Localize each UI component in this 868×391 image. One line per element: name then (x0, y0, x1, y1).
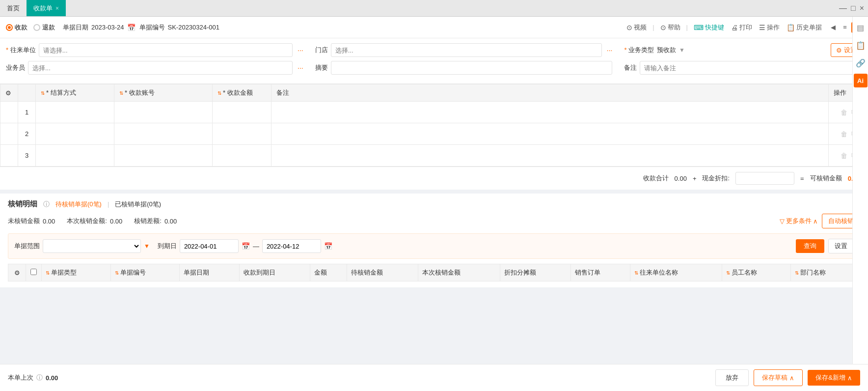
date-field: 到期日 📅 — 📅 (158, 239, 332, 253)
store-field: 门店 ··· (315, 43, 613, 57)
range-select[interactable] (43, 239, 141, 253)
bth-store: ⇅ 部门名称 (791, 264, 860, 281)
settings-gear-icon: ⚙ (836, 47, 842, 54)
save-draft-label: 保存草稿 (762, 373, 787, 382)
calendar-from-icon[interactable]: 📅 (242, 242, 250, 250)
row2-remark-cell[interactable] (271, 123, 829, 145)
unverified-value: 0.00 (43, 218, 55, 225)
tab-receipt[interactable]: 收款单 × (27, 0, 66, 16)
row1-amount-cell[interactable] (213, 102, 271, 123)
done-tab-label: 已核销单据(0笔) (115, 200, 161, 209)
th-account: ⇅ * 收款账号 (114, 84, 213, 102)
help-action[interactable]: ⊙ 帮助 (657, 21, 683, 34)
done-tab[interactable]: 已核销单据(0笔) (115, 200, 161, 209)
sidebar-doc-icon[interactable]: 📋 (854, 38, 868, 52)
store-more-icon[interactable]: ··· (607, 46, 613, 54)
row2-account-cell[interactable] (114, 123, 213, 145)
refund-radio-dot (33, 24, 40, 31)
table-row: 1 🗑 ⧉ (0, 102, 868, 123)
layout-list-icon[interactable]: ≡ (840, 22, 850, 33)
layout-prev-icon[interactable]: ◀ (828, 22, 839, 33)
store-input[interactable] (331, 43, 602, 57)
minimize-button[interactable]: — (839, 4, 847, 13)
refund-radio[interactable]: 退款 (33, 23, 55, 32)
remark-input[interactable] (640, 61, 862, 75)
bottom-settings-icon: ⚙ (14, 269, 20, 277)
tab-home[interactable]: 首页 (0, 0, 27, 16)
available-label: 可核销金额 (810, 174, 842, 183)
pending-tab[interactable]: 待核销单据(0笔) (55, 200, 102, 209)
th-settings[interactable]: ⚙ (0, 84, 18, 102)
video-action[interactable]: ⊙ 视频 (624, 21, 650, 34)
current-label: 本单上次 (8, 373, 33, 382)
th-remark-label: 备注 (276, 89, 289, 96)
staff-more-icon[interactable]: ··· (298, 64, 303, 72)
bth-settings[interactable]: ⚙ (8, 264, 26, 281)
summary-input[interactable] (331, 61, 613, 75)
remark-field: 备注 (624, 61, 862, 75)
row1-remark-cell[interactable] (271, 102, 829, 123)
footer-info-icon[interactable]: ⓘ (36, 373, 43, 382)
staff-field: 业务员 ··· (6, 61, 303, 75)
row1-account-cell[interactable] (114, 102, 213, 123)
row1-settlement-cell[interactable] (36, 102, 114, 123)
query-settings-button[interactable]: 设置 (828, 239, 854, 253)
operation-action[interactable]: ☰ 操作 (756, 21, 783, 34)
print-action[interactable]: 🖨 打印 (728, 21, 755, 34)
shortcut-action[interactable]: ⌨ 快捷键 (691, 21, 727, 34)
history-action[interactable]: 📋 历史单据 (784, 21, 825, 34)
partner-more-icon[interactable]: ··· (298, 46, 303, 54)
bottom-table-header: ⚙ ⇅ 单据类型 ⇅ 单据编号 (8, 264, 860, 281)
sidebar-link-icon[interactable]: 🔗 (854, 56, 868, 70)
query-button[interactable]: 查询 (796, 239, 824, 253)
diff-value: 0.00 (164, 218, 177, 225)
partner-input[interactable] (39, 43, 293, 57)
select-all-checkbox[interactable] (30, 269, 37, 275)
calendar-to-icon[interactable]: 📅 (324, 242, 332, 250)
save-new-button[interactable]: 保存&新增 ∧ (808, 370, 860, 386)
more-conditions-btn[interactable]: ▽ 更多条件 ∧ (780, 217, 818, 225)
current-stat: 本次核销金额: 0.00 (67, 217, 122, 225)
amount-sort-icon: ⇅ (217, 90, 221, 96)
bth-partner-label: 往来单位名称 (640, 268, 678, 277)
sidebar-table-icon[interactable]: ▤ (854, 21, 868, 34)
discount-label: 现金折扣: (702, 174, 730, 183)
bth-discount-label: 折扣分摊额 (504, 269, 536, 276)
row3-settlement-cell[interactable] (36, 145, 114, 167)
maximize-button[interactable]: □ (851, 4, 856, 13)
range-label: 单据范围 (14, 242, 40, 251)
row2-delete-icon[interactable]: 🗑 (841, 130, 847, 138)
tab-close-icon[interactable]: × (55, 5, 59, 12)
verify-info-icon[interactable]: ⓘ (43, 200, 50, 209)
row3-account-cell[interactable] (114, 145, 213, 167)
calendar-icon[interactable]: 📅 (127, 24, 136, 31)
staff-input[interactable] (28, 61, 293, 75)
row3-delete-icon[interactable]: 🗑 (841, 152, 847, 160)
receipt-radio[interactable]: 收款 (6, 23, 27, 32)
main-content: ⚙ ⇅ * 结算方式 ⇅ * 收款账号 ⇅ (0, 84, 868, 190)
date-from-input[interactable] (180, 239, 239, 253)
row2-settlement-cell[interactable] (36, 123, 114, 145)
sep2: | (686, 24, 688, 31)
biz-type-chevron-icon[interactable]: ▼ (679, 47, 685, 54)
th-account-label: * 收款账号 (125, 88, 155, 97)
th-amount-label: * 收款金额 (223, 88, 253, 97)
abandon-button[interactable]: 放弃 (715, 369, 749, 386)
th-num (18, 84, 36, 102)
partner-field: 往来单位 ··· (6, 43, 303, 57)
date-label: 单据日期 (63, 23, 88, 32)
row1-settings-cell (0, 102, 18, 123)
date-to-input[interactable] (262, 239, 321, 253)
row2-amount-cell[interactable] (213, 123, 271, 145)
bth-checkbox[interactable] (26, 264, 42, 281)
due-date-label: 到期日 (158, 242, 177, 251)
sidebar-ai-icon[interactable]: Ai (854, 74, 868, 87)
row1-delete-icon[interactable]: 🗑 (841, 109, 847, 116)
close-button[interactable]: × (860, 4, 864, 13)
biz-type-select-area: 预收款 ▼ (657, 46, 685, 55)
bth-staff-label: 员工名称 (732, 268, 757, 277)
save-draft-button[interactable]: 保存草稿 ∧ (754, 369, 803, 386)
discount-input[interactable] (735, 172, 794, 185)
row3-remark-cell[interactable] (271, 145, 829, 167)
row3-amount-cell[interactable] (213, 145, 271, 167)
